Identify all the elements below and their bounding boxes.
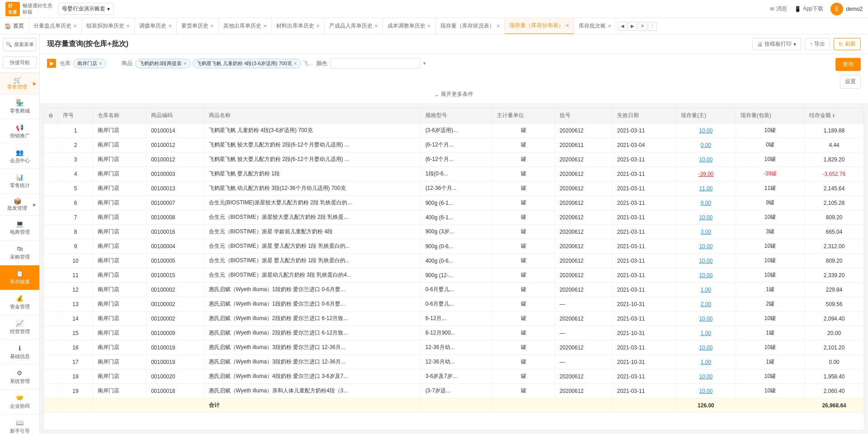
- table-row: 10 南岸门店 00100005 合生元（BIOSTIME）派星 婴儿配方奶粉 …: [44, 254, 864, 268]
- sidebar-item-base[interactable]: ℹ 基础信息: [0, 340, 39, 365]
- tab-close-icon[interactable]: ✕: [73, 24, 77, 28]
- cell-stock-main[interactable]: 10.00: [676, 384, 736, 398]
- cell-stock-main[interactable]: 10.00: [676, 340, 736, 355]
- tab-close-icon[interactable]: ✕: [168, 24, 172, 28]
- tab-scroll-right[interactable]: ▶: [628, 22, 637, 31]
- th-settings[interactable]: ⚙: [44, 108, 58, 123]
- sidebar-item-finance[interactable]: 💰 资金管理: [0, 290, 39, 315]
- export-btn[interactable]: ↑ 导出: [805, 38, 830, 50]
- cell-stock-main[interactable]: 11.00: [676, 181, 736, 196]
- cell-stock-pack: 10罐: [736, 311, 804, 326]
- sidebar-item-corp[interactable]: 🤝 企业协同: [0, 390, 39, 415]
- tab-close-icon[interactable]: ✕: [566, 23, 569, 28]
- cell-batch: 20200612: [555, 268, 612, 283]
- sidebar-item-stats[interactable]: 📊 零售统计: [0, 169, 39, 194]
- tab-close-icon[interactable]: ✕: [496, 24, 500, 28]
- cell-num: 8: [58, 225, 93, 239]
- action-buttons: 查询 设置: [835, 58, 861, 89]
- user-area[interactable]: E demo2: [830, 3, 863, 15]
- product-more[interactable]: 飞...: [303, 60, 313, 67]
- tab-close-icon[interactable]: ✕: [608, 24, 611, 28]
- cell-stock-main[interactable]: 10.00: [676, 123, 736, 138]
- messages-btn[interactable]: ✉ 消息: [770, 5, 787, 13]
- app-download-btn[interactable]: 📱 App下载: [794, 5, 823, 13]
- tab-fen-pan[interactable]: 分量盘点单历史 ✕: [29, 18, 82, 34]
- sidebar-item-marketing[interactable]: 📢 营销推广: [0, 119, 39, 144]
- sidebar-item-system[interactable]: ⚙ 系统管理: [0, 365, 39, 390]
- tab-close-icon[interactable]: ✕: [210, 24, 214, 28]
- tab-ku-cun-pi[interactable]: 库存批次账 ✕: [574, 18, 616, 34]
- tab-home[interactable]: 🏠 首页: [0, 18, 29, 34]
- tab-close-icon[interactable]: ✕: [126, 24, 130, 28]
- tab-cai-liao-chu[interactable]: 材料出库单历史 ✕: [272, 18, 325, 34]
- sidebar-item-operations[interactable]: 📈 经营管理: [0, 315, 39, 340]
- cell-num: 9: [58, 239, 93, 254]
- warehouse-tag-remove[interactable]: ✕: [99, 61, 102, 66]
- tab-close-icon[interactable]: ✕: [263, 24, 267, 28]
- search-btn[interactable]: 查询: [835, 58, 861, 71]
- sidebar-item-store[interactable]: 🏪 零售商城: [0, 94, 39, 119]
- sidebar-item-purchase[interactable]: 🛍 采购管理: [0, 241, 39, 265]
- cell-stock-main[interactable]: 9.00: [676, 196, 736, 210]
- color-input[interactable]: [330, 58, 420, 69]
- tab-close-all[interactable]: ✕: [638, 22, 647, 31]
- quick-nav-btn[interactable]: 快捷导航: [3, 57, 37, 69]
- tab-yao-huo[interactable]: 要货单历史 ✕: [177, 18, 219, 34]
- cell-stock-main[interactable]: 1.00: [676, 355, 736, 369]
- cell-stock-main[interactable]: 10.00: [676, 254, 736, 268]
- cell-stock-pack: 1罐: [736, 326, 804, 340]
- tab-chan-pin-ru[interactable]: 产成品入库单历史 ✕: [325, 18, 383, 34]
- cell-spec: (12-36个月...: [420, 181, 492, 196]
- sidebar-item-guide[interactable]: 📖 新手引导: [0, 415, 39, 434]
- cell-stock-main[interactable]: 1.00: [676, 326, 736, 340]
- tab-scroll-left[interactable]: ◀: [618, 22, 627, 31]
- tab-close-icon[interactable]: ✕: [427, 24, 431, 28]
- cell-stock-main[interactable]: 10.00: [676, 152, 736, 167]
- product-tag-2-remove[interactable]: ✕: [293, 61, 297, 66]
- sum-empty1: [44, 398, 58, 413]
- tab-xian-cun-zhuang[interactable]: 现存量（库存状况表） ✕: [436, 18, 505, 34]
- tab-menu[interactable]: ⋮: [648, 22, 657, 31]
- sidebar-item-inventory[interactable]: 📋 库存核算: [0, 265, 39, 290]
- cell-stock-main[interactable]: -39.00: [676, 167, 736, 181]
- cell-stock-main[interactable]: 0.00: [676, 138, 736, 152]
- cell-stock-main[interactable]: 10.00: [676, 311, 736, 326]
- tab-close-icon[interactable]: ✕: [316, 24, 320, 28]
- cell-stock-main[interactable]: 10.00: [676, 239, 736, 254]
- sidebar-item-ecom[interactable]: 💻 电商管理: [0, 216, 39, 241]
- th-warehouse: 仓库名称: [93, 108, 146, 123]
- account-selector[interactable]: 母婴行业演示账套 ▾: [58, 3, 114, 15]
- settings-icon[interactable]: ⚙: [48, 113, 53, 119]
- product-tag-1-remove[interactable]: ✕: [183, 61, 187, 66]
- setting-btn[interactable]: 设置: [840, 75, 861, 89]
- search-menu-btn[interactable]: 🔍 搜索菜单: [3, 38, 37, 51]
- tab-close-icon[interactable]: ✕: [374, 24, 378, 28]
- cell-stock-main[interactable]: 10.00: [676, 268, 736, 283]
- print-btn[interactable]: 🖨 按模板打印 ▾: [752, 38, 801, 50]
- cell-warehouse: 南岸门店: [93, 326, 146, 340]
- expand-btn[interactable]: ⌄ 展开更多条件: [434, 90, 473, 98]
- refresh-btn[interactable]: ↻ 刷新: [834, 38, 861, 50]
- filter-expand-arrow[interactable]: ▶: [47, 59, 56, 68]
- cell-stock-main[interactable]: 3.00: [676, 225, 736, 239]
- finance-icon: 💰: [16, 295, 24, 302]
- tab-xian-cun-fen[interactable]: 现存量（库存分布表） ✕: [505, 18, 574, 34]
- table-container[interactable]: ⚙ 序号 仓库名称 商品编码 商品名称 规格型号 主计量单位 批号 失效日期 现…: [43, 108, 864, 430]
- sidebar-quick-section: 快捷导航: [0, 55, 39, 73]
- cell-stock-main[interactable]: 10.00: [676, 210, 736, 225]
- cell-code: 00100009: [146, 326, 204, 340]
- cell-stock-main[interactable]: 2.00: [676, 297, 736, 311]
- cell-stock-main[interactable]: 1.00: [676, 283, 736, 297]
- sidebar-item-wholesale[interactable]: 📦 批发管理 ▶: [0, 194, 39, 216]
- tab-zu-chai[interactable]: 组装拆卸单历史 ✕: [82, 18, 135, 34]
- tab-cheng-ben[interactable]: 成本调整单历史 ✕: [383, 18, 436, 34]
- tab-tiao-bo[interactable]: 调拨单历史 ✕: [135, 18, 177, 34]
- sidebar-item-member[interactable]: 👥 会员中心: [0, 144, 39, 169]
- cell-balance: 20.00: [805, 326, 864, 340]
- table-row: 16 南岸门店 00100019 惠氏启赋（Wyeth illuma）3段奶粉 …: [44, 340, 864, 355]
- tab-scroll-controls: ◀ ▶ ✕ ⋮: [616, 22, 659, 31]
- cell-stock-main[interactable]: 10.00: [676, 369, 736, 384]
- sidebar-item-retail[interactable]: 🛒 零售管理 ▶: [0, 73, 39, 94]
- tab-qi-ta-chu[interactable]: 其他出库单历史 ✕: [219, 18, 272, 34]
- product-filter: 商品 飞鹤奶粉3段两提装 ✕ 飞鹤星飞帆 儿童奶粉 4段(3-6岁适用) 700…: [122, 59, 313, 68]
